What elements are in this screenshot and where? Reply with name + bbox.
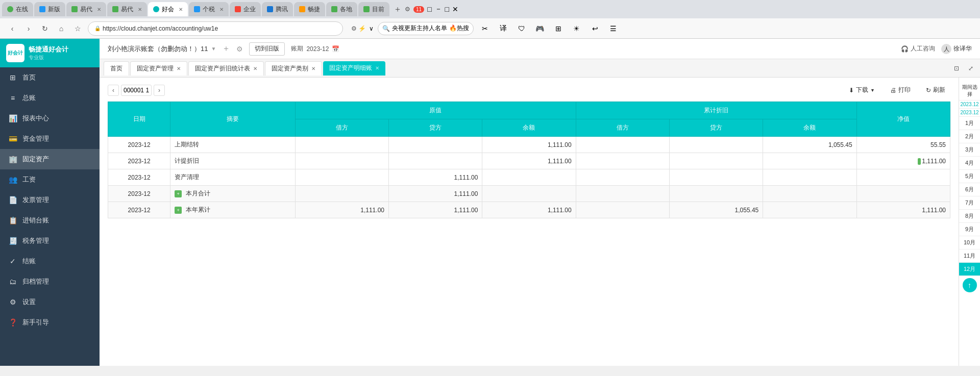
net-badge-1 — [918, 158, 921, 165]
period-month-5[interactable]: 5月 — [959, 170, 981, 183]
tab-close-depreciation-stat[interactable]: ✕ — [253, 66, 257, 71]
sidebar-item-reports[interactable]: 📊 报表中心 — [0, 108, 100, 129]
grid-tool[interactable]: ⊞ — [551, 21, 566, 36]
period-month-4[interactable]: 4月 — [959, 157, 981, 170]
period-month-6[interactable]: 6月 — [959, 183, 981, 196]
sidebar-item-purchase-sale[interactable]: 📋 进销台账 — [0, 210, 100, 231]
sidebar-item-settings[interactable]: ⚙ 设置 — [0, 292, 100, 312]
history-tool[interactable]: ↩ — [588, 21, 602, 36]
period-month-1[interactable]: 1月 — [959, 117, 981, 130]
home-btn[interactable]: ⌂ — [55, 22, 67, 35]
print-label: 打印 — [898, 86, 911, 94]
tab-close-asset-detail-ledger[interactable]: ✕ — [375, 65, 379, 71]
browser-tab-yidai1[interactable]: 易代 ✕ — [66, 2, 106, 16]
shield-tool[interactable]: 🛡 — [514, 21, 529, 36]
browser-tab-geshui[interactable]: 个税 ✕ — [189, 2, 229, 16]
tab-depreciation-stat[interactable]: 固定资产折旧统计表 ✕ — [188, 61, 264, 76]
tab-more-btn[interactable]: □ — [427, 5, 431, 13]
period-selector: 期间选择 2023.12 2023.12 1月 2月 3月 4月 5月 6月 7… — [959, 82, 981, 294]
bookmark-btn[interactable]: ☆ — [71, 22, 84, 35]
refresh-btn[interactable]: ↻ — [39, 22, 51, 35]
browser-tab-muqian[interactable]: 目前 — [358, 2, 389, 16]
theme-tool[interactable]: ☀ — [570, 21, 584, 36]
sidebar-item-funds[interactable]: 💳 资金管理 — [0, 129, 100, 149]
sidebar-item-tax[interactable]: 🧾 税务管理 — [0, 231, 100, 251]
new-tab-btn[interactable]: ＋ — [394, 4, 402, 15]
period-month-11[interactable]: 11月 — [959, 249, 981, 263]
settings-small-btn[interactable]: ⚙ — [236, 45, 243, 53]
browser-tab-yidai2[interactable]: 易代 ✕ — [107, 2, 147, 16]
cell-yz-credit-2: 1,111.00 — [388, 169, 482, 186]
tab-depreciation-stat-label: 固定资产折旧统计表 — [195, 64, 250, 73]
tab-favicon-yidai2 — [112, 6, 118, 12]
sidebar-item-archive[interactable]: 🗂 归档管理 — [0, 271, 100, 292]
sidebar-brand-container: 畅捷通好会计 专业版 — [29, 45, 68, 61]
tab-restore-btn[interactable]: ⊡ — [951, 63, 962, 73]
tab-home[interactable]: 首页 — [104, 61, 129, 76]
tab-favicon-tengxun — [267, 6, 273, 12]
sidebar-item-ledger[interactable]: ≡ 总账 — [0, 88, 100, 108]
translate-tool[interactable]: 译 — [496, 21, 510, 36]
period-month-12[interactable]: 12月 — [959, 263, 981, 276]
browser-tab-changjie[interactable]: 畅捷 — [294, 2, 325, 16]
switch-version-btn[interactable]: 切到旧版 — [249, 42, 285, 56]
prev-page-btn[interactable]: ‹ — [108, 85, 119, 96]
browser-search[interactable]: 🔍 央视更新主持人名单 🔥热搜 — [378, 22, 473, 35]
sidebar-item-home[interactable]: ⊞ 首页 — [0, 67, 100, 88]
browser-tab-gedi[interactable]: 各地 — [326, 2, 357, 16]
sidebar-item-fixed-assets[interactable]: 🏢 固定资产 — [0, 149, 100, 169]
scissor-tool[interactable]: ✂ — [478, 21, 492, 36]
sidebar-item-guide[interactable]: ❓ 新手引导 — [0, 312, 100, 333]
browser-tab-new[interactable]: 新版 — [34, 2, 65, 16]
sidebar-item-salary[interactable]: 👥 工资 — [0, 169, 100, 190]
headset-icon: 🎧 — [901, 45, 909, 53]
dropdown-btn[interactable]: ∨ — [369, 25, 374, 32]
tab-close-asset-category[interactable]: ✕ — [311, 66, 315, 71]
period-end-date[interactable]: 2023.12 — [959, 109, 981, 117]
forward-btn[interactable]: › — [22, 22, 35, 35]
period-month-8[interactable]: 8月 — [959, 210, 981, 223]
download-label: 下载 — [856, 86, 868, 94]
period-month-2[interactable]: 2月 — [959, 130, 981, 143]
tab-asset-detail-ledger[interactable]: 固定资产明细账 ✕ — [323, 61, 385, 76]
browser-tab-online[interactable]: 在线 — [2, 2, 33, 16]
next-page-btn[interactable]: › — [154, 85, 165, 96]
period-month-3[interactable]: 3月 — [959, 143, 981, 157]
minimize-btn[interactable]: － — [435, 5, 442, 14]
tab-close-geshui[interactable]: ✕ — [219, 7, 224, 12]
period-month-10[interactable]: 10月 — [959, 236, 981, 249]
period-month-7[interactable]: 7月 — [959, 196, 981, 210]
back-btn[interactable]: ‹ — [6, 22, 18, 35]
page-input[interactable] — [121, 85, 152, 96]
tab-close-fixed-assets-mgmt[interactable]: ✕ — [177, 66, 181, 71]
tab-settings-btn[interactable]: ⚙ — [405, 6, 410, 13]
tab-close-yidai2[interactable]: ✕ — [138, 7, 142, 12]
game-tool[interactable]: 🎮 — [533, 21, 547, 36]
sidebar-item-close-accounts[interactable]: ✓ 结账 — [0, 251, 100, 271]
header-account[interactable]: 刘小艳演示账套（勿删勿动！）11 ▼ — [108, 44, 216, 54]
tab-close-haokuai[interactable]: ✕ — [179, 7, 183, 12]
browser-tab-qiye[interactable]: 企业 — [230, 2, 261, 16]
print-btn[interactable]: 🖨 打印 — [885, 84, 916, 96]
period-start-date[interactable]: 2023.12 — [959, 101, 981, 109]
close-btn[interactable]: ✕ — [452, 5, 458, 13]
tab-asset-detail-ledger-label: 固定资产明细账 — [329, 64, 372, 72]
tab-asset-category[interactable]: 固定资产类别 ✕ — [265, 61, 322, 76]
header-user[interactable]: 人 徐译华 — [941, 44, 972, 54]
period-month-9[interactable]: 9月 — [959, 223, 981, 236]
sidebar-item-invoice[interactable]: 📄 发票管理 — [0, 190, 100, 210]
tab-fixed-assets-mgmt[interactable]: 固定资产管理 ✕ — [130, 61, 187, 76]
browser-tab-tengxun[interactable]: 腾讯 — [262, 2, 293, 16]
add-account-btn[interactable]: ＋ — [222, 43, 230, 54]
tab-close-yidai1[interactable]: ✕ — [97, 7, 101, 12]
download-btn[interactable]: ⬇ 下载 ▼ — [844, 84, 880, 96]
tab-maximize-btn[interactable]: ⤢ — [966, 63, 976, 73]
refresh-btn-action[interactable]: ↻ 刷新 — [921, 84, 950, 96]
menu-tool[interactable]: ☰ — [606, 21, 621, 36]
scroll-top-btn[interactable]: ↑ — [963, 278, 977, 292]
customer-service-btn[interactable]: 🎧 人工咨询 — [901, 44, 935, 53]
period-edit-icon[interactable]: 📅 — [332, 45, 339, 53]
maximize-btn[interactable]: □ — [445, 5, 449, 13]
browser-tab-haokuai[interactable]: 好会 ✕ — [148, 2, 188, 16]
url-bar[interactable]: 🔒 https://cloud.chanjet.com/accounting/u… — [88, 21, 343, 36]
